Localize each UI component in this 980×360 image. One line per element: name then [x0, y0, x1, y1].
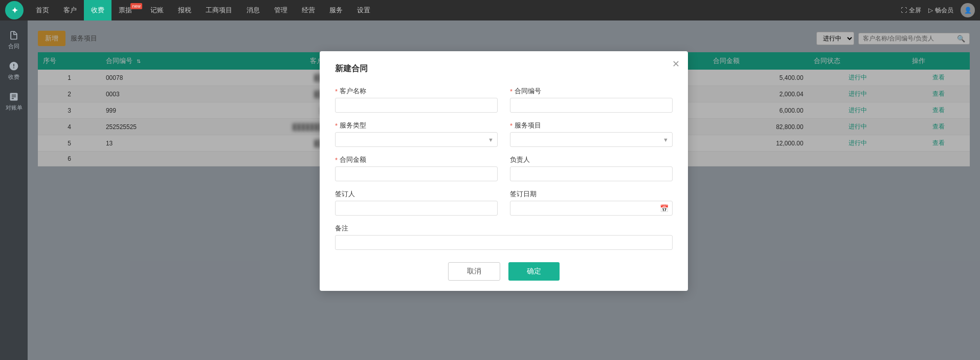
top-navigation: ✦ 首页 客户 收费 票据 new 记账 报税 工商项目 消息 管理 经营 服务…: [0, 0, 980, 20]
nav-settings[interactable]: 设置: [350, 0, 377, 20]
responsible-input[interactable]: [510, 166, 673, 181]
nav-message[interactable]: 消息: [239, 0, 267, 20]
sidebar-item-contract[interactable]: 合同: [0, 26, 28, 54]
field-signer: 签订人: [335, 189, 498, 216]
modal-footer: 取消 确定: [335, 262, 673, 281]
app-logo: ✦: [5, 1, 24, 19]
nav-home[interactable]: 首页: [29, 0, 56, 20]
field-service-item: * 服务项目 ▼: [510, 121, 673, 147]
form-grid: * 客户名称 * 合同编号: [335, 87, 673, 250]
sign-date-input[interactable]: 2023-06-06: [510, 201, 673, 216]
field-contract-amount: * 合同金额 0.00: [335, 155, 498, 181]
modal-title: 新建合同: [335, 63, 673, 74]
service-type-select-wrap: ▼: [335, 132, 498, 147]
contract-amount-input[interactable]: 0.00: [335, 166, 498, 181]
customer-name-input[interactable]: [335, 98, 498, 113]
contract-no-input[interactable]: [510, 98, 673, 113]
nav-bookkeeping[interactable]: 记账: [143, 0, 171, 20]
sidebar-label-fee: 收费: [8, 73, 19, 81]
sidebar-label-contract: 合同: [8, 43, 19, 50]
field-customer-name: * 客户名称: [335, 87, 498, 113]
field-service-type: * 服务类型 ▼: [335, 121, 498, 147]
member-button[interactable]: ▷ 畅会员: [928, 6, 953, 15]
contract-icon: [8, 30, 19, 41]
field-sign-date: 签订日期 2023-06-06 📅: [510, 189, 673, 216]
nav-business[interactable]: 工商项目: [198, 0, 239, 20]
content-area: 新增 服务项目 进行中 已完成 已终止 🔍 序号 合同编号 ⇅: [28, 20, 980, 360]
nav-invoice[interactable]: 票据 new: [112, 0, 143, 20]
sidebar-label-statement: 对账单: [6, 104, 23, 112]
service-item-select[interactable]: [510, 132, 673, 147]
field-contract-no: * 合同编号: [510, 87, 673, 113]
service-item-select-wrap: ▼: [510, 132, 673, 147]
fullscreen-icon: ⛶: [901, 7, 907, 14]
nav-tax[interactable]: 报税: [171, 0, 198, 20]
service-type-select[interactable]: [335, 132, 498, 147]
nav-operation[interactable]: 经营: [295, 0, 322, 20]
nav-service[interactable]: 服务: [322, 0, 350, 20]
statement-icon: [8, 91, 19, 102]
modal-close-button[interactable]: ✕: [672, 58, 680, 70]
nav-customer[interactable]: 客户: [56, 0, 84, 20]
nav-manage[interactable]: 管理: [267, 0, 295, 20]
nav-right-area: ⛶ 全屏 ▷ 畅会员 👤: [901, 3, 975, 17]
field-remarks: 备注: [335, 224, 673, 250]
new-badge: new: [130, 3, 142, 9]
modal-overlay: ✕ 新建合同 * 客户名称 * 合同: [28, 20, 980, 360]
new-contract-modal: ✕ 新建合同 * 客户名称 * 合同: [320, 51, 688, 291]
cancel-button[interactable]: 取消: [448, 262, 500, 281]
fee-icon: [8, 60, 19, 72]
fullscreen-button[interactable]: ⛶ 全屏: [901, 6, 921, 15]
nav-fee[interactable]: 收费: [84, 0, 112, 20]
sidebar-item-statement[interactable]: 对账单: [0, 87, 28, 116]
signer-input[interactable]: [335, 201, 498, 216]
field-responsible: 负责人: [510, 155, 673, 181]
member-icon: ▷: [928, 7, 933, 14]
sidebar: 合同 收费 对账单: [0, 20, 28, 360]
confirm-button[interactable]: 确定: [508, 262, 560, 281]
avatar[interactable]: 👤: [961, 3, 975, 17]
remarks-input[interactable]: [335, 235, 673, 250]
main-layout: 合同 收费 对账单 新增 服务项目 进行中 已完成 已终止: [0, 20, 980, 360]
sidebar-item-fee[interactable]: 收费: [0, 56, 28, 85]
avatar-icon: 👤: [964, 7, 972, 14]
nav-menu: 首页 客户 收费 票据 new 记账 报税 工商项目 消息 管理 经营 服务 设…: [29, 0, 377, 20]
sign-date-wrap: 2023-06-06 📅: [510, 201, 673, 216]
